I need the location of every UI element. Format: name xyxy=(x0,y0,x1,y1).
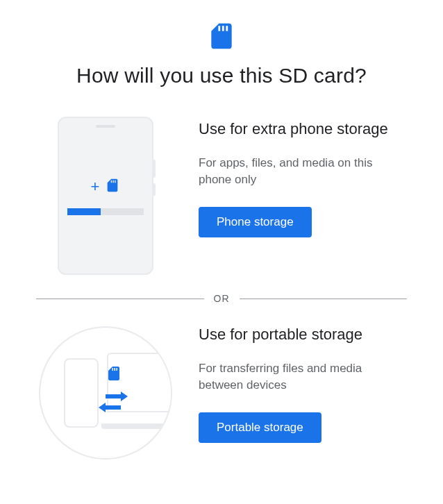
option-phone-title: Use for extra phone storage xyxy=(199,119,407,140)
sd-card-small-icon xyxy=(105,178,120,196)
page-title: How will you use this SD card? xyxy=(28,64,415,87)
option-phone-description: For apps, files, and media on this phone… xyxy=(199,155,379,189)
illustration-portable xyxy=(36,322,175,460)
divider: OR xyxy=(36,293,407,304)
illustration-phone: + xyxy=(36,117,175,275)
storage-progress-bar xyxy=(67,208,144,215)
option-portable-title: Use for portable storage xyxy=(199,325,407,345)
plus-icon: + xyxy=(91,179,100,194)
transfer-arrows-icon xyxy=(101,394,129,419)
portable-storage-button[interactable]: Portable storage xyxy=(199,412,321,443)
option-portable-storage: Use for portable storage For transferrin… xyxy=(28,322,415,460)
option-phone-storage: + Use for extra phone storage For apps, … xyxy=(28,117,415,275)
divider-label: OR xyxy=(204,293,240,304)
phone-storage-button[interactable]: Phone storage xyxy=(199,207,312,237)
option-portable-description: For transferring files and media between… xyxy=(199,360,379,394)
sd-card-small-icon xyxy=(106,365,122,385)
sd-card-icon xyxy=(28,21,415,51)
